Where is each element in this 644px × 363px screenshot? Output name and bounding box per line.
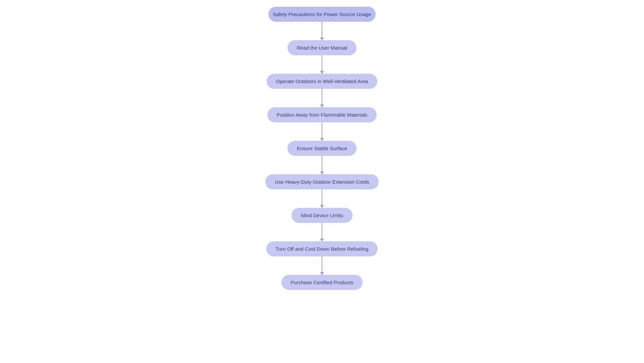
arrow-5 — [322, 156, 322, 174]
arrow-8 — [322, 256, 322, 275]
arrow-1 — [322, 22, 322, 40]
node-read-user-manual: Read the User Manual — [287, 40, 357, 55]
arrow-2 — [322, 55, 322, 74]
arrow-3 — [322, 89, 322, 107]
arrow-7 — [322, 223, 322, 241]
flowchart: Safety Precautions for Power Source Usag… — [265, 0, 379, 290]
node-operate-outdoors: Operate Outdoors in Well-Ventilated Area — [267, 74, 378, 89]
arrow-6 — [322, 189, 322, 208]
node-safety-precautions: Safety Precautions for Power Source Usag… — [268, 7, 376, 22]
arrow-4 — [322, 122, 322, 141]
node-mind-device-limits: Mind Device Limits — [291, 208, 353, 223]
node-turn-off-cool-down: Turn Off and Cool Down Before Refueling — [266, 241, 378, 256]
node-purchase-certified-products: Purchase Certified Products — [281, 275, 363, 290]
node-ensure-stable-surface: Ensure Stable Surface — [287, 141, 357, 156]
node-use-heavy-duty-cords: Use Heavy-Duty Outdoor Extension Cords — [265, 174, 379, 189]
node-position-away-flammable: Position Away from Flammable Materials — [267, 107, 377, 122]
